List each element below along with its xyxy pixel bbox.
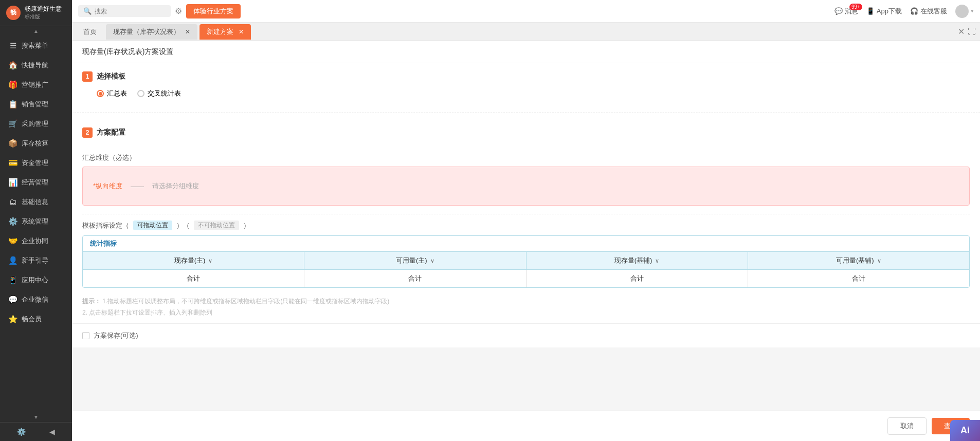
stat-col-1[interactable]: 可用量(主) ∨: [304, 252, 526, 269]
radio-summary-label: 汇总表: [107, 89, 127, 98]
sidebar-item-label: 畅会员: [22, 315, 42, 324]
sidebar-item-label: 营销推广: [22, 80, 48, 89]
online-service-btn[interactable]: 🎧 在线客服: [910, 7, 947, 16]
ai-float-button[interactable]: Ai: [950, 420, 980, 441]
dim-box[interactable]: *纵向维度 —— 请选择分组维度: [82, 167, 970, 206]
sidebar-bottom: ⚙️ ◀: [0, 422, 72, 441]
tab-inventory-close-icon[interactable]: ✕: [185, 28, 190, 35]
finance-icon: 💳: [8, 158, 17, 168]
radio-summary-dot: [97, 90, 104, 97]
step2-section: 2 方案配置: [72, 119, 980, 153]
topbar-search-box[interactable]: 🔍: [78, 5, 171, 17]
stat-table-row: 合计 合计 合计 合计: [83, 270, 969, 287]
main-area: 🔍 ⚙ 体验行业方案 💬 消息 99+ 📱 App下载 🎧 在线客服 ▾: [72, 0, 980, 441]
sidebar-item-purchase[interactable]: 🛒 采购管理: [0, 114, 72, 134]
radio-cross-dot: [137, 90, 144, 97]
sidebar-item-finance[interactable]: 💳 资金管理: [0, 153, 72, 173]
dim-dash: ——: [131, 182, 144, 190]
tab-bar-right: ✕ ⛶: [958, 27, 976, 36]
tag-draggable: 可拖动位置: [133, 220, 172, 230]
stat-cell-3: 合计: [748, 270, 969, 287]
stat-col-3[interactable]: 可用量(基辅) ∨: [748, 252, 969, 269]
tab-inventory-status[interactable]: 现存量（库存状况表） ✕: [106, 24, 197, 40]
save-checkbox[interactable]: [82, 332, 89, 339]
search-input[interactable]: [95, 8, 161, 15]
radio-cross-label: 交叉统计表: [148, 89, 181, 98]
search-menu-icon: ☰: [8, 41, 17, 50]
stat-col-0-label: 现存量(主): [174, 256, 206, 265]
enterprise-icon: 🤝: [8, 236, 17, 246]
radio-cross[interactable]: 交叉统计表: [137, 89, 181, 98]
tips-line-1: 2. 点击标题栏下拉可设置排序、插入列和删除列: [82, 307, 970, 319]
gear-icon[interactable]: ⚙: [175, 6, 182, 16]
sidebar-item-label: 基础信息: [22, 197, 48, 207]
notif-badge: 99+: [849, 4, 862, 10]
stat-cell-1: 合计: [304, 270, 526, 287]
sidebar-item-label: 资金管理: [22, 158, 48, 168]
user-avatar[interactable]: ▾: [955, 5, 974, 18]
sidebar-item-management[interactable]: 📊 经营管理: [0, 173, 72, 192]
step2-label: 方案配置: [97, 128, 125, 137]
sidebar-scroll-up[interactable]: ▲: [0, 26, 72, 36]
footer-bar: 取消 查询: [72, 411, 980, 441]
notif-btn[interactable]: 💬 消息 99+: [834, 7, 858, 16]
sidebar-item-base-info[interactable]: 🗂 基础信息: [0, 192, 72, 212]
system-icon: ⚙️: [8, 217, 17, 226]
tab-new-scheme-close-icon[interactable]: ✕: [239, 28, 244, 35]
sidebar: 畅 畅康通好生意 标准版 ▲ ☰ 搜索菜单 🏠 快捷导航 🎁 营销推广 📋 销售…: [0, 0, 72, 441]
quick-nav-icon: 🏠: [8, 61, 17, 70]
industry-btn[interactable]: 体验行业方案: [186, 4, 241, 19]
sidebar-item-label: 经营管理: [22, 178, 48, 187]
col-0-arrow-icon: ∨: [208, 258, 212, 264]
sidebar-item-inventory[interactable]: 📦 库存核算: [0, 134, 72, 153]
sidebar-item-label: 快捷导航: [22, 61, 48, 70]
indicator-section: 模板指标设定（ 可拖动位置 ）（ 不可拖动位置 ） 统计指标 现存量(主) ∨: [72, 220, 980, 296]
step1-section: 1 选择模板 汇总表 交叉统计表: [72, 63, 980, 106]
sidebar-item-label: 搜索菜单: [22, 41, 48, 50]
dim-placeholder: 请选择分组维度: [152, 181, 199, 191]
sidebar-item-marketing[interactable]: 🎁 营销推广: [0, 75, 72, 95]
stat-table-cols: 现存量(主) ∨ 可用量(主) ∨ 现存量(基辅) ∨ 可用量(基辅): [83, 251, 969, 270]
sidebar-collapse-btn[interactable]: ◀: [49, 428, 55, 436]
wechat-icon: 💬: [8, 295, 17, 304]
sidebar-item-wechat[interactable]: 💬 企业微信: [0, 290, 72, 309]
topbar-right: 💬 消息 99+ 📱 App下载 🎧 在线客服 ▾: [834, 5, 974, 18]
vip-icon: ⭐: [8, 315, 17, 324]
tab-new-scheme[interactable]: 新建方案 ✕: [199, 24, 251, 40]
app-download-btn[interactable]: 📱 App下载: [866, 7, 902, 16]
sidebar-item-label: 企业协同: [22, 236, 48, 246]
stat-table: 统计指标 现存量(主) ∨ 可用量(主) ∨ 现存量(基辅) ∨: [82, 235, 970, 288]
sidebar-item-system[interactable]: ⚙️ 系统管理: [0, 212, 72, 231]
sidebar-item-newbie[interactable]: 👤 新手引导: [0, 251, 72, 270]
sidebar-item-quick-nav[interactable]: 🏠 快捷导航: [0, 56, 72, 75]
sidebar-settings-btn[interactable]: ⚙️: [17, 428, 26, 436]
management-icon: 📊: [8, 178, 17, 187]
cancel-button[interactable]: 取消: [887, 417, 927, 435]
app-logo-icon: 畅: [6, 6, 21, 20]
sidebar-item-app-center[interactable]: 📱 应用中心: [0, 270, 72, 290]
sidebar-item-sales[interactable]: 📋 销售管理: [0, 95, 72, 114]
sidebar-item-search-menu[interactable]: ☰ 搜索菜单: [0, 36, 72, 56]
tag-end-text: ）: [243, 221, 250, 230]
stat-col-2[interactable]: 现存量(基辅) ∨: [527, 252, 748, 269]
sidebar-scroll-down[interactable]: ▼: [0, 412, 72, 422]
topbar-left: 🔍 ⚙ 体验行业方案: [78, 4, 241, 19]
save-option: 方案保存(可选): [72, 323, 980, 347]
close-window-icon[interactable]: ✕: [958, 27, 965, 36]
expand-icon[interactable]: ⛶: [968, 27, 976, 36]
stat-col-0[interactable]: 现存量(主) ∨: [83, 252, 304, 269]
app-label: App下载: [877, 7, 902, 16]
radio-summary[interactable]: 汇总表: [97, 89, 127, 98]
main-panel: 现存量(库存状况表)方案设置 1 选择模板 汇总表 交叉统计表: [72, 41, 980, 347]
sidebar-item-vip[interactable]: ⭐ 畅会员: [0, 309, 72, 329]
tab-home[interactable]: 首页: [76, 24, 104, 40]
sales-icon: 📋: [8, 100, 17, 109]
sidebar-item-enterprise[interactable]: 🤝 企业协同: [0, 231, 72, 251]
tips-line-0: 提示： 1.拖动标题栏可以调整布局，不可跨维度或指标区域拖动栏目字段(只能在同一…: [82, 296, 970, 307]
sidebar-item-label: 企业微信: [22, 295, 48, 304]
app-name: 畅康通好生意: [25, 5, 62, 13]
step1-label: 选择模板: [97, 72, 125, 81]
sidebar-item-label: 销售管理: [22, 100, 48, 109]
stat-col-2-label: 现存量(基辅): [614, 256, 652, 265]
service-icon: 🎧: [910, 7, 918, 15]
